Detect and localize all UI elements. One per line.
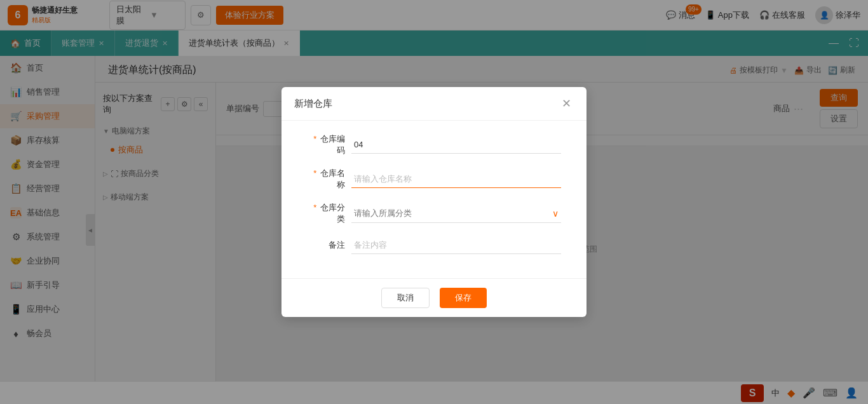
- warehouse-notes-row: 备注: [307, 236, 561, 254]
- warehouse-name-input[interactable]: [351, 170, 561, 188]
- warehouse-category-select-wrap[interactable]: ∨: [351, 205, 561, 223]
- warehouse-name-label: * 仓库名称: [307, 168, 351, 191]
- modal-close-button[interactable]: ✕: [559, 96, 574, 111]
- warehouse-category-row: * 仓库分类 ∨: [307, 202, 561, 225]
- cancel-button[interactable]: 取消: [381, 288, 430, 308]
- modal-header: 新增仓库 ✕: [281, 87, 587, 121]
- modal-footer: 取消 保存: [281, 278, 587, 317]
- category-dropdown-arrow: ∨: [552, 208, 559, 219]
- modal-body: * 仓库编码 * 仓库名称 * 仓库分类: [281, 121, 587, 278]
- warehouse-notes-input[interactable]: [351, 236, 561, 254]
- warehouse-notes-label: 备注: [307, 239, 351, 251]
- save-button[interactable]: 保存: [440, 288, 487, 308]
- add-warehouse-modal: 新增仓库 ✕ * 仓库编码 * 仓库名称: [281, 87, 587, 317]
- modal-overlay: 新增仓库 ✕ * 仓库编码 * 仓库名称: [0, 0, 868, 404]
- warehouse-name-row: * 仓库名称: [307, 168, 561, 191]
- warehouse-code-label: * 仓库编码: [307, 133, 351, 156]
- warehouse-code-input[interactable]: [351, 136, 561, 154]
- warehouse-category-label: * 仓库分类: [307, 202, 351, 225]
- modal-title: 新增仓库: [294, 98, 559, 110]
- warehouse-category-input[interactable]: [354, 208, 552, 218]
- warehouse-code-row: * 仓库编码: [307, 133, 561, 156]
